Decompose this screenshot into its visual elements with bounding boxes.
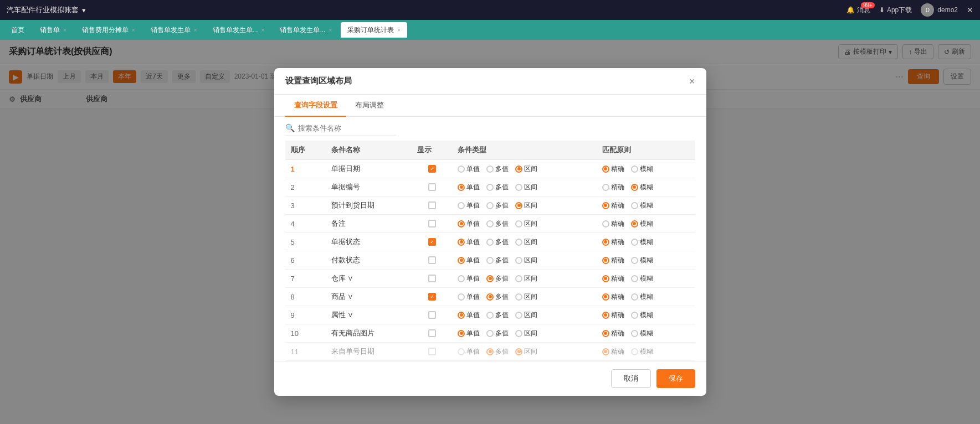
tab-sales-occur3-close[interactable]: × <box>329 27 332 33</box>
row-checkbox[interactable] <box>428 275 436 282</box>
tab-sales[interactable]: 销售单 × <box>33 22 73 38</box>
radio-single[interactable]: 单值 <box>458 347 480 356</box>
radio-single[interactable]: 单值 <box>458 201 480 210</box>
radio-range[interactable]: 区间 <box>515 219 537 229</box>
row-checkbox[interactable] <box>428 311 436 319</box>
dialog-tab-fields[interactable]: 查询字段设置 <box>285 95 346 117</box>
th-name: 条件名称 <box>326 141 412 160</box>
tab-purchase-order-close[interactable]: × <box>397 27 401 33</box>
tab-sales-occur3[interactable]: 销售单发生单... × <box>273 22 338 38</box>
user-area[interactable]: D demo2 <box>921 3 958 17</box>
radio-multi[interactable]: 多值 <box>486 347 509 356</box>
tab-home[interactable]: 首页 <box>4 22 31 38</box>
notification-btn[interactable]: 🔔 消息 99+ <box>846 6 870 15</box>
dialog-close-btn[interactable]: × <box>689 76 695 86</box>
radio-single[interactable]: 单值 <box>458 256 480 265</box>
save-btn[interactable]: 保存 <box>656 369 695 388</box>
radio-fuzzy[interactable]: 模糊 <box>631 347 653 356</box>
radio-fuzzy[interactable]: 模糊 <box>631 311 653 320</box>
th-match: 匹配原则 <box>597 141 695 160</box>
tab-sales-occur[interactable]: 销售单发生单 × <box>144 22 204 38</box>
radio-exact[interactable]: 精确 <box>602 274 624 283</box>
radio-fuzzy[interactable]: 模糊 <box>631 274 653 283</box>
radio-range[interactable]: 区间 <box>515 347 537 356</box>
dialog-tab-layout[interactable]: 布局调整 <box>346 95 393 117</box>
radio-exact[interactable]: 精确 <box>602 329 624 338</box>
row-checkbox[interactable] <box>428 220 436 227</box>
radio-range[interactable]: 区间 <box>515 329 537 338</box>
row-checkbox[interactable] <box>428 201 436 209</box>
radio-fuzzy[interactable]: 模糊 <box>631 329 653 338</box>
row-checkbox-cell <box>412 197 452 215</box>
radio-range[interactable]: 区间 <box>515 256 537 265</box>
row-name: 仓库 ∨ <box>326 270 412 288</box>
radio-single[interactable]: 单值 <box>458 219 480 229</box>
radio-single[interactable]: 单值 <box>458 274 480 283</box>
tab-purchase-order[interactable]: 采购订单统计表 × <box>341 22 407 38</box>
tab-sales-occur2[interactable]: 销售单发生单... × <box>206 22 271 38</box>
radio-fuzzy[interactable]: 模糊 <box>631 164 653 174</box>
radio-fuzzy[interactable]: 模糊 <box>631 219 653 229</box>
tab-sales-occur-close[interactable]: × <box>194 27 197 33</box>
radio-fuzzy[interactable]: 模糊 <box>631 201 653 210</box>
radio-range[interactable]: 区间 <box>515 274 537 283</box>
radio-single[interactable]: 单值 <box>458 292 480 302</box>
radio-multi[interactable]: 多值 <box>486 311 509 320</box>
radio-fuzzy[interactable]: 模糊 <box>631 256 653 265</box>
radio-single[interactable]: 单值 <box>458 183 480 192</box>
row-checkbox[interactable] <box>428 165 436 173</box>
radio-range[interactable]: 区间 <box>515 164 537 174</box>
row-checkbox[interactable] <box>428 238 436 246</box>
radio-exact[interactable]: 精确 <box>602 183 624 192</box>
dropdown-arrow[interactable]: ▾ <box>82 6 86 14</box>
radio-multi[interactable]: 多值 <box>486 237 509 247</box>
radio-single[interactable]: 单值 <box>458 311 480 320</box>
app-download-btn[interactable]: ⬇ App下载 <box>879 6 912 15</box>
row-checkbox[interactable] <box>428 256 436 264</box>
radio-multi[interactable]: 多值 <box>486 274 509 283</box>
radio-exact[interactable]: 精确 <box>602 292 624 302</box>
radio-exact[interactable]: 精确 <box>602 311 624 320</box>
radio-fuzzy[interactable]: 模糊 <box>631 292 653 302</box>
tab-sales-cost-close[interactable]: × <box>132 27 135 33</box>
radio-exact[interactable]: 精确 <box>602 164 624 174</box>
radio-exact[interactable]: 精确 <box>602 201 624 210</box>
radio-exact[interactable]: 精确 <box>602 256 624 265</box>
radio-exact[interactable]: 精确 <box>602 237 624 247</box>
radio-range[interactable]: 区间 <box>515 201 537 210</box>
radio-single[interactable]: 单值 <box>458 237 480 247</box>
window-close-btn[interactable]: ✕ <box>967 6 973 14</box>
row-checkbox[interactable] <box>428 293 436 301</box>
radio-range[interactable]: 区间 <box>515 237 537 247</box>
tab-sales-cost[interactable]: 销售费用分摊单 × <box>75 22 142 38</box>
dialog-title: 设置查询区域布局 <box>285 76 352 86</box>
radio-multi[interactable]: 多值 <box>486 183 509 192</box>
radio-single[interactable]: 单值 <box>458 329 480 338</box>
row-checkbox[interactable] <box>428 329 436 337</box>
radio-range[interactable]: 区间 <box>515 183 537 192</box>
th-show: 显示 <box>412 141 452 160</box>
radio-multi[interactable]: 多值 <box>486 164 509 174</box>
row-checkbox-cell <box>412 251 452 270</box>
row-order: 4 <box>285 215 326 233</box>
radio-single[interactable]: 单值 <box>458 164 480 174</box>
radio-fuzzy[interactable]: 模糊 <box>631 183 653 192</box>
radio-range[interactable]: 区间 <box>515 311 537 320</box>
radio-multi[interactable]: 多值 <box>486 219 509 229</box>
radio-multi[interactable]: 多值 <box>486 256 509 265</box>
radio-multi[interactable]: 多值 <box>486 329 509 338</box>
row-checkbox[interactable] <box>428 348 436 355</box>
radio-multi[interactable]: 多值 <box>486 292 509 302</box>
row-checkbox[interactable] <box>428 183 436 191</box>
radio-fuzzy[interactable]: 模糊 <box>631 237 653 247</box>
tab-sales-close[interactable]: × <box>63 27 66 33</box>
radio-range[interactable]: 区间 <box>515 292 537 302</box>
cancel-btn[interactable]: 取消 <box>611 369 651 388</box>
radio-multi[interactable]: 多值 <box>486 201 509 210</box>
row-type: 单值 多值 区间 <box>452 306 596 324</box>
row-checkbox-cell <box>412 288 452 306</box>
radio-exact[interactable]: 精确 <box>602 347 624 356</box>
search-input[interactable] <box>298 124 387 132</box>
radio-exact[interactable]: 精确 <box>602 219 624 229</box>
tab-sales-occur2-close[interactable]: × <box>261 27 265 33</box>
